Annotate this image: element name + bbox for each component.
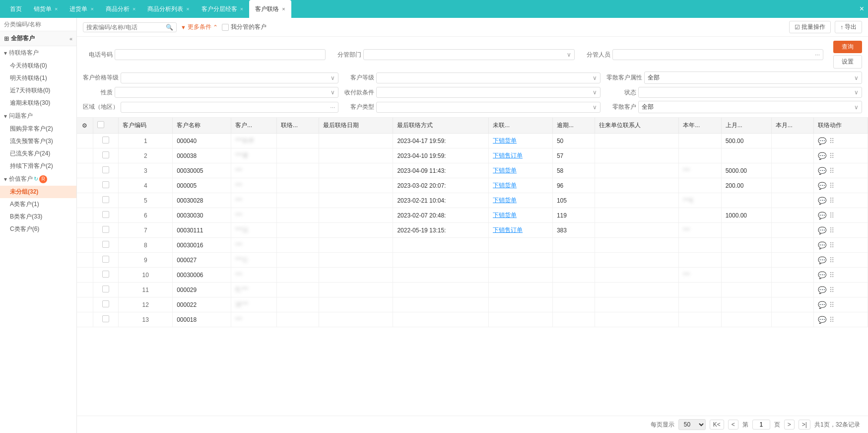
chat-icon[interactable]: 💬 xyxy=(818,152,826,160)
menu-icon[interactable]: ⠿ xyxy=(829,241,834,249)
td-last-method[interactable]: 下销售订单 xyxy=(489,148,553,163)
chat-icon[interactable]: 💬 xyxy=(818,197,826,205)
prev-page-btn[interactable]: < xyxy=(728,420,738,430)
menu-icon[interactable]: ⠿ xyxy=(829,316,834,324)
row-checkbox[interactable] xyxy=(102,256,109,263)
tab-purchase[interactable]: 进货单 × xyxy=(64,0,99,18)
filter-my-customers[interactable]: 我分管的客户 xyxy=(222,23,267,31)
sidebar-collapse-btn[interactable]: « xyxy=(69,36,72,42)
row-checkbox[interactable] xyxy=(102,137,109,144)
export-btn[interactable]: ↑ 导出 xyxy=(835,21,862,33)
th-this-year[interactable]: 本年... xyxy=(679,118,721,134)
reset-btn[interactable]: 设置 xyxy=(833,55,862,69)
td-checkbox[interactable] xyxy=(93,312,119,327)
td-checkbox[interactable] xyxy=(93,297,119,312)
th-last-month[interactable]: 上月... xyxy=(721,118,771,134)
th-settings[interactable]: ⚙ xyxy=(77,118,93,134)
filter-more-btn[interactable]: ▼ 更多条件 ⌃ xyxy=(181,23,218,31)
chat-icon[interactable]: 💬 xyxy=(818,226,826,234)
th-cust-type[interactable]: 客户... xyxy=(231,118,276,134)
row-checkbox[interactable] xyxy=(102,196,109,203)
sidebar-item-tomorrow[interactable]: 明天待联络(1) xyxy=(0,72,76,84)
chat-icon[interactable]: 💬 xyxy=(818,286,826,294)
chat-icon[interactable]: 💬 xyxy=(818,271,826,279)
sidebar-item-type-a[interactable]: A类客户(1) xyxy=(0,198,76,211)
tab-purchase-close[interactable]: × xyxy=(90,6,93,12)
menu-icon[interactable]: ⠿ xyxy=(829,286,834,294)
row-checkbox[interactable] xyxy=(102,166,109,173)
sidebar-item-7days[interactable]: 近7天待联络(0) xyxy=(0,84,76,97)
contact-method-link[interactable]: 下销货单 xyxy=(493,167,517,174)
chat-icon[interactable]: 💬 xyxy=(818,256,826,264)
sidebar-item-today[interactable]: 今天待联络(0) xyxy=(0,60,76,72)
menu-icon[interactable]: ⠿ xyxy=(829,301,834,309)
tab-customer-segment[interactable]: 客户分层经客 × xyxy=(196,0,249,18)
row-checkbox[interactable] xyxy=(102,226,109,233)
menu-icon[interactable]: ⠿ xyxy=(829,226,834,234)
sidebar-group-value[interactable]: ▾ 价值客户 ↻ R xyxy=(0,172,76,186)
menu-icon[interactable]: ⠿ xyxy=(829,137,834,145)
batch-op-btn[interactable]: ☑ 批量操作 xyxy=(789,21,831,33)
td-checkbox[interactable] xyxy=(93,178,119,193)
chat-icon[interactable]: 💬 xyxy=(818,182,826,190)
th-name[interactable]: 客户名称 xyxy=(173,118,231,134)
contact-method-link[interactable]: 下销货单 xyxy=(493,182,517,189)
row-checkbox[interactable] xyxy=(102,181,109,188)
filter-dept-select[interactable]: ∨ xyxy=(363,49,574,60)
td-checkbox[interactable] xyxy=(93,134,119,148)
row-checkbox[interactable] xyxy=(102,151,109,158)
filter-search-icon[interactable]: 🔍 xyxy=(166,24,173,31)
contact-method-link[interactable]: 下销货单 xyxy=(493,212,517,218)
td-last-method[interactable]: 下销货单 xyxy=(489,178,553,193)
window-close-btn[interactable]: × xyxy=(860,4,864,13)
contact-method-link[interactable]: 下销货单 xyxy=(493,197,517,204)
menu-icon[interactable]: ⠿ xyxy=(829,197,834,205)
filter-status-select[interactable]: ∨ xyxy=(638,87,862,98)
row-checkbox[interactable] xyxy=(102,315,109,322)
filter-person-select[interactable]: ··· xyxy=(612,49,823,60)
chat-icon[interactable]: 💬 xyxy=(818,316,826,324)
td-checkbox[interactable] xyxy=(93,253,119,268)
chat-icon[interactable]: 💬 xyxy=(818,241,826,249)
chat-icon[interactable]: 💬 xyxy=(818,212,826,219)
th-this-month[interactable]: 本月... xyxy=(771,118,813,134)
page-size-select[interactable]: 50 100 xyxy=(678,419,706,430)
tab-customer-contact[interactable]: 客户联络 × xyxy=(249,0,291,18)
td-checkbox[interactable] xyxy=(93,148,119,163)
contact-method-link[interactable]: 下销货单 xyxy=(493,137,517,144)
td-checkbox[interactable] xyxy=(93,163,119,178)
sidebar-group-pending[interactable]: ▾ 待联络客户 xyxy=(0,46,76,60)
sidebar-item-overdue[interactable]: 逾期未联络(30) xyxy=(0,97,76,109)
tab-analysis[interactable]: 商品分析 × xyxy=(100,0,141,18)
next-page-btn[interactable]: > xyxy=(784,420,795,430)
sidebar-group-problem[interactable]: ▾ 问题客户 xyxy=(0,109,76,123)
chat-icon[interactable]: 💬 xyxy=(818,301,826,309)
select-all-checkbox[interactable] xyxy=(97,121,104,128)
th-last-method[interactable]: 最后联络方式 xyxy=(393,118,489,134)
td-last-method[interactable]: 下销货单 xyxy=(489,163,553,178)
sidebar-item-churned[interactable]: 已流失客户(24) xyxy=(0,147,76,160)
filter-cust-type-select[interactable]: ∨ xyxy=(376,102,600,113)
filter-phone-input[interactable] xyxy=(115,49,326,60)
settings-gear-icon[interactable]: ⚙ xyxy=(82,122,87,129)
td-last-method[interactable]: 下销售订单 xyxy=(489,223,553,238)
filter-region-select[interactable]: ··· xyxy=(121,102,338,113)
sidebar-item-declining[interactable]: 持续下滑客户(2) xyxy=(0,160,76,172)
tab-analysis-list[interactable]: 商品分析列表 × xyxy=(141,0,195,18)
row-checkbox[interactable] xyxy=(102,211,109,218)
menu-icon[interactable]: ⠿ xyxy=(829,152,834,160)
tab-customer-contact-close[interactable]: × xyxy=(282,6,285,12)
row-checkbox[interactable] xyxy=(102,286,109,292)
sidebar-search-input[interactable] xyxy=(4,21,77,28)
row-checkbox[interactable] xyxy=(102,241,109,248)
tab-home[interactable]: 首页 xyxy=(4,0,28,18)
sidebar-item-type-c[interactable]: C类客户(6) xyxy=(0,223,76,235)
all-customers-header[interactable]: ⊞ 全部客户 « xyxy=(0,31,76,46)
th-checkbox[interactable] xyxy=(93,118,119,134)
td-last-method[interactable]: 下销货单 xyxy=(489,193,553,208)
th-overdue[interactable]: 逾期... xyxy=(552,118,595,134)
td-checkbox[interactable] xyxy=(93,223,119,238)
my-customers-checkbox[interactable] xyxy=(222,24,229,31)
td-checkbox[interactable] xyxy=(93,268,119,283)
chat-icon[interactable]: 💬 xyxy=(818,137,826,145)
